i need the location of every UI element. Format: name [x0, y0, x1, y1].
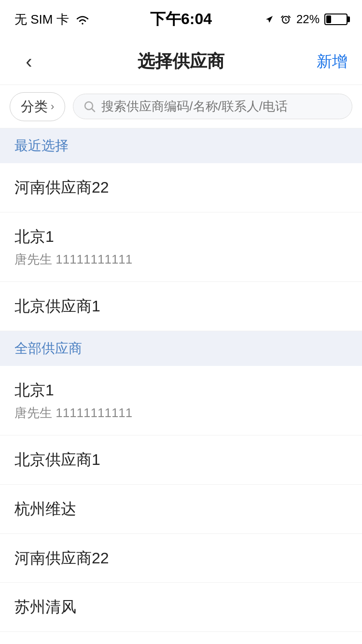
item-name: 杭州维达: [14, 498, 348, 520]
item-name: 北京1: [14, 226, 348, 248]
search-box[interactable]: [73, 94, 352, 119]
all-section-label: 全部供应商: [14, 339, 82, 358]
status-right: 22%: [264, 13, 348, 26]
item-name: 北京1: [14, 379, 348, 401]
recent-section-label: 最近选择: [14, 137, 69, 155]
wifi-icon: [74, 13, 91, 26]
search-icon: [83, 100, 97, 113]
list-item[interactable]: 苏州清风: [0, 583, 362, 632]
item-sub: 唐先生 11111111111: [14, 404, 348, 421]
list-item[interactable]: 河南供应商22: [0, 534, 362, 583]
filter-bar: 分类 ›: [0, 85, 362, 128]
item-name: 河南供应商22: [14, 547, 348, 569]
status-left: 无 SIM 卡: [14, 11, 91, 28]
location-icon: [264, 14, 275, 25]
all-section-header: 全部供应商: [0, 331, 362, 366]
battery-icon: [324, 14, 348, 25]
item-sub: 唐先生 11111111111: [14, 251, 348, 268]
recent-section-header: 最近选择: [0, 128, 362, 163]
battery-percent: 22%: [296, 13, 320, 26]
list-item[interactable]: 河南供应商22: [0, 163, 362, 212]
item-name: 苏州清风: [14, 596, 348, 618]
status-bar: 无 SIM 卡 下午6:04 22%: [0, 0, 362, 39]
list-item[interactable]: 北京供应商1: [0, 435, 362, 485]
list-item[interactable]: 北京1唐先生 11111111111: [0, 366, 362, 435]
list-item[interactable]: 杭州维达: [0, 485, 362, 534]
nav-bar: ‹ 选择供应商 新增: [0, 39, 362, 85]
back-button[interactable]: ‹: [14, 47, 43, 76]
alarm-icon: [280, 14, 292, 25]
chevron-right-icon: ›: [51, 100, 54, 113]
category-label: 分类: [21, 98, 48, 116]
item-name: 河南供应商22: [14, 177, 348, 198]
recent-items-list: 河南供应商22北京1唐先生 11111111111北京供应商1: [0, 163, 362, 331]
status-time: 下午6:04: [150, 9, 212, 30]
search-input[interactable]: [101, 99, 342, 114]
add-button[interactable]: 新增: [317, 51, 348, 72]
list-item[interactable]: 北京供应商1: [0, 282, 362, 331]
item-name: 北京供应商1: [14, 295, 348, 317]
item-name: 北京供应商1: [14, 449, 348, 471]
list-item[interactable]: 北京1唐先生 11111111111: [0, 212, 362, 282]
carrier-text: 无 SIM 卡: [14, 11, 69, 28]
category-button[interactable]: 分类 ›: [10, 92, 65, 121]
page-title: 选择供应商: [138, 50, 224, 73]
all-items-list: 北京1唐先生 11111111111北京供应商1杭州维达河南供应商22苏州清风: [0, 366, 362, 632]
